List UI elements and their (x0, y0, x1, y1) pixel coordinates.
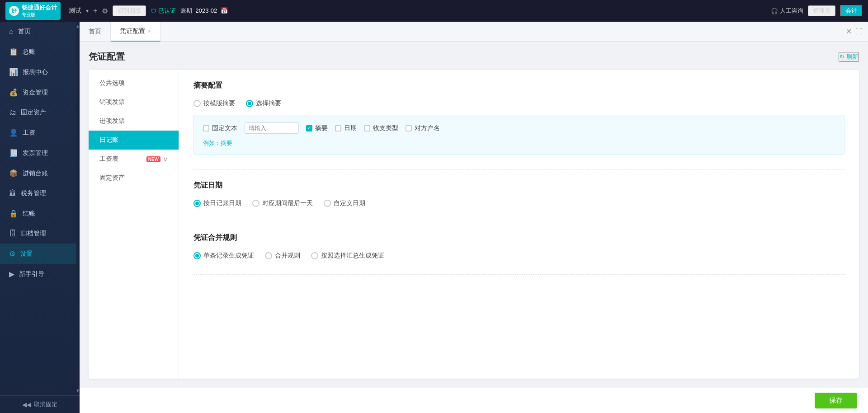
merge-radio-rule[interactable]: 合并规则 (265, 252, 300, 260)
merge-radio-selection[interactable]: 按照选择汇总生成凭证 (311, 252, 384, 260)
logo-icon: 好 (9, 6, 19, 16)
sidebar-item-asset[interactable]: 🗂 固定资产 (0, 103, 80, 122)
merge-section-title: 凭证合并规则 (193, 233, 844, 243)
home-icon: ⌂ (9, 28, 14, 36)
date-radio-custom[interactable]: 自定义日期 (324, 199, 365, 207)
tab-close-icon[interactable]: × (148, 28, 151, 34)
consult-button[interactable]: 🎧 人工咨询 (771, 7, 803, 15)
gear-sidebar-icon: ⚙ (9, 249, 15, 258)
topbar: 好 畅捷通好会计 专业版 测试 ▾ + ⚙ 切到旧版 🛡 已认证 账期 2023… (0, 0, 868, 22)
payment-type-checkbox-box (364, 125, 370, 131)
left-nav-sales-invoice[interactable]: 销项发票 (89, 93, 179, 112)
tab-bar: 首页 凭证配置 × ✕ ⛶ (80, 22, 868, 42)
unpin-icon: ◀◀ (22, 401, 31, 408)
sidebar-scroll-up[interactable]: ▲ (75, 23, 80, 28)
merge-radio-single[interactable]: 单条记录生成凭证 (193, 252, 254, 260)
add-project-button[interactable]: + (93, 7, 97, 15)
refresh-icon: ↻ (840, 53, 844, 60)
date-checkbox-box (335, 125, 341, 131)
summary-section-title: 摘要配置 (193, 81, 844, 90)
date-radio-group: 按日记账日期 对应期间最后一天 自定义日期 (193, 199, 844, 207)
page-header: 凭证配置 ↻ 刷新 (89, 51, 859, 63)
sidebar-item-report[interactable]: 📊 报表中心 (0, 62, 80, 82)
sidebar-item-tax[interactable]: 🏛 税务管理 (0, 183, 80, 203)
logo: 好 畅捷通好会计 专业版 (5, 2, 61, 20)
fixed-text-checkbox-box (203, 125, 209, 131)
invoice-icon: 🧾 (9, 149, 18, 157)
guide-icon: ▶ (9, 270, 14, 278)
headset-icon: 🎧 (771, 8, 778, 14)
tab-home[interactable]: 首页 (80, 22, 111, 42)
sidebar-item-home[interactable]: ⌂ 首页 (0, 22, 80, 42)
left-nav-payroll-table[interactable]: 工资表 true NEW ∨ (89, 150, 179, 169)
summary-radio-group: 按模版摘要 选择摘要 (193, 99, 844, 108)
summary-example: 例如：摘要 (203, 139, 835, 147)
sidebar-item-guide[interactable]: ▶ 新手引导 (0, 264, 80, 284)
left-nav-journal[interactable]: 日记账 (89, 131, 179, 150)
summary-section: 摘要配置 按模版摘要 选择摘要 (193, 81, 844, 155)
payment-type-checkbox[interactable]: 收支类型 (364, 124, 398, 132)
old-version-button[interactable]: 切到旧版 (113, 5, 146, 16)
radio-select-circle (246, 100, 253, 107)
expand-button[interactable]: ⛶ (855, 28, 863, 36)
cancel-fixed-button[interactable]: ◀◀ 取消固定 (0, 395, 80, 413)
sidebar-item-archive[interactable]: 🗄 归档管理 (0, 224, 80, 244)
divider-1 (193, 169, 844, 170)
project-dropdown[interactable]: ▾ (86, 8, 89, 14)
refresh-button[interactable]: ↻ 刷新 (839, 52, 859, 62)
split-panel: 公共选项 销项发票 进项发票 日记账 工资表 true (89, 70, 859, 379)
summary-radio-template[interactable]: 按模版摘要 (193, 99, 235, 108)
date-radio-last[interactable]: 对应期间最后一天 (252, 199, 313, 207)
left-nav: 公共选项 销项发票 进项发票 日记账 工资表 true (89, 70, 179, 379)
manager-button[interactable]: 管理员 (808, 5, 835, 16)
sidebar-scroll-down[interactable]: ▼ (75, 388, 80, 393)
divider-3 (193, 274, 844, 275)
sidebar-item-invoice[interactable]: 🧾 发票管理 (0, 143, 80, 163)
sidebar-item-settings[interactable]: ⚙ 设置 (0, 244, 80, 264)
project-name: 测试 (69, 7, 81, 15)
tax-icon: 🏛 (9, 189, 16, 197)
radio-rule-circle (265, 252, 272, 259)
date-radio-journal[interactable]: 按日记账日期 (193, 199, 241, 207)
merge-radio-group: 单条记录生成凭证 合并规则 按照选择汇总生成凭证 (193, 252, 844, 260)
counterpart-checkbox[interactable]: 对方户名 (406, 124, 440, 132)
calendar-icon[interactable]: 📅 (221, 7, 228, 14)
summary-checkbox[interactable]: 摘要 (306, 124, 328, 132)
report-icon: 📊 (9, 68, 18, 76)
summary-radio-select[interactable]: 选择摘要 (246, 99, 281, 108)
merge-section: 凭证合并规则 单条记录生成凭证 合并规则 (193, 233, 844, 260)
fixed-text-input[interactable] (245, 122, 299, 134)
shield-icon: 🛡 (151, 8, 156, 14)
left-nav-purchase-invoice[interactable]: 进项发票 (89, 112, 179, 131)
date-checkbox[interactable]: 日期 (335, 124, 357, 132)
sidebar-item-fund[interactable]: 💰 资金管理 (0, 82, 80, 103)
date-section-title: 凭证日期 (193, 181, 844, 190)
sales-icon: 📦 (9, 169, 18, 178)
sidebar-item-ledger[interactable]: 📋 总账 (0, 42, 80, 62)
sidebar-item-sales[interactable]: 📦 进销台账 (0, 163, 80, 183)
tab-voucher-config[interactable]: 凭证配置 × (111, 22, 160, 42)
settings-gear-icon[interactable]: ⚙ (102, 7, 108, 15)
close-tab-button[interactable]: ✕ (846, 27, 852, 36)
save-button[interactable]: 保存 (815, 393, 857, 408)
sidebar-item-close[interactable]: 🔒 结账 (0, 203, 80, 224)
left-nav-fixed-asset[interactable]: 固定资产 (89, 169, 179, 188)
radio-single-circle (193, 252, 201, 259)
sidebar-item-payroll[interactable]: 👤 工资 (0, 122, 80, 143)
new-badge-label: NEW (146, 156, 160, 162)
fixed-text-checkbox[interactable]: 固定文本 (203, 124, 237, 132)
radio-journal-circle (193, 200, 201, 207)
left-nav-public[interactable]: 公共选项 (89, 74, 179, 93)
period-label: 账期 2023-02 📅 (180, 7, 228, 15)
ledger-icon: 📋 (9, 47, 18, 56)
summary-config-row: 固定文本 摘要 日期 (203, 122, 835, 134)
right-panel: 摘要配置 按模版摘要 选择摘要 (179, 70, 859, 379)
counterpart-checkbox-box (406, 125, 412, 131)
sidebar: ▲ ▼ ⌂ 首页 📋 总账 📊 报表中心 💰 资金管理 🗂 固定资产 (0, 22, 80, 413)
date-section: 凭证日期 按日记账日期 对应期间最后一天 (193, 181, 844, 207)
bottom-bar: 保存 (80, 388, 868, 413)
radio-custom-circle (324, 200, 331, 207)
radio-selection-circle (311, 252, 318, 259)
certified-status: 🛡 已认证 (151, 7, 176, 15)
accountant-button[interactable]: 会计 (840, 5, 863, 17)
